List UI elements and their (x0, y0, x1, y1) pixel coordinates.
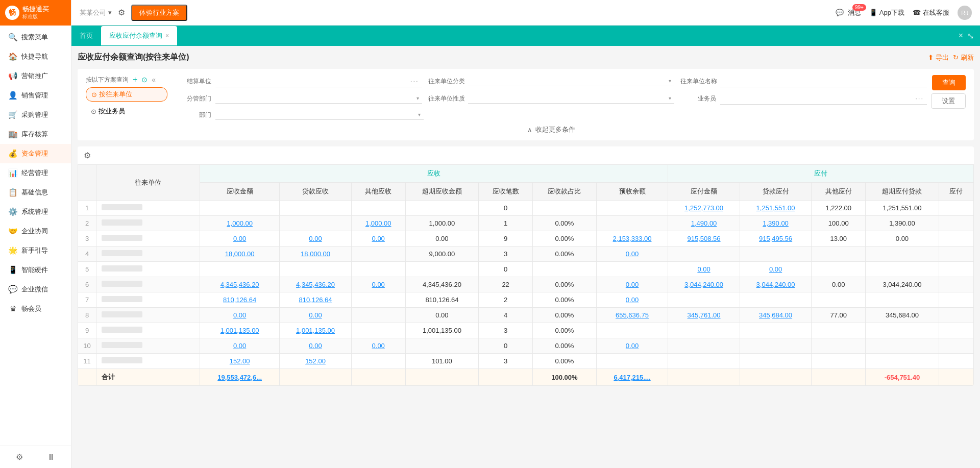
tab-home[interactable]: 首页 (71, 26, 101, 45)
window-expand-icon[interactable]: ⤡ (967, 31, 974, 41)
col-pay-overdue: 超期应付贷款 (866, 183, 939, 201)
partner-nature-select[interactable]: ▾ (468, 93, 675, 104)
scheme-partner-icon: ⊙ (91, 91, 97, 98)
settlement-unit-select[interactable]: ··· (215, 75, 422, 87)
group-header-payable: 应付 (668, 165, 974, 183)
member-icon: ♛ (8, 304, 17, 313)
app-download-btn[interactable]: 📱 App下载 (869, 8, 904, 17)
system-icon: ⚙️ (8, 207, 17, 216)
promo-button[interactable]: 体验行业方案 (131, 5, 187, 21)
wechat-icon: 💬 (8, 285, 17, 294)
sidebar-item-basic[interactable]: 📋 基础信息 (0, 183, 71, 202)
user-avatar[interactable]: Rit (958, 6, 972, 20)
sidebar-item-corp[interactable]: 🤝 企业协同 (0, 221, 71, 241)
partner-category-select[interactable]: ▾ (468, 76, 675, 86)
col-num (78, 165, 96, 201)
sidebar-item-marketing[interactable]: 📢 营销推广 (0, 66, 71, 86)
sidebar-item-operations[interactable]: 📊 经营管理 (0, 163, 71, 183)
topbar: 某某公司 ▾ ⚙ 体验行业方案 💬 消息 99+ 📱 App下载 ☎ 在线客服 … (71, 0, 980, 26)
salesperson-select[interactable]: ··· (720, 92, 927, 105)
partner-name-input[interactable] (720, 75, 927, 87)
table-row: 100.000.000.0000.00%0.00 (78, 338, 974, 354)
sidebar-item-purchase[interactable]: 🛒 采购管理 (0, 105, 71, 125)
add-scheme-icon[interactable]: + (133, 75, 137, 84)
logo-text: 畅捷通买 标准版 (22, 5, 49, 20)
sidebar-item-search[interactable]: 🔍 搜索菜单 (0, 28, 71, 47)
col-recv-count: 应收笔数 (479, 183, 533, 201)
filter-salesperson: 业务员 ··· (680, 92, 927, 105)
hardware-icon: 📱 (8, 265, 17, 275)
page-content: 应收应付余额查询(按往来单位) ⬆ 导出 ↻ 刷新 按以下方案查询 (71, 46, 980, 468)
tabbar-actions: × ⤡ (959, 31, 980, 41)
col-recv-amt: 应收金额 (200, 183, 280, 201)
notification-badge[interactable]: 💬 消息 99+ (836, 8, 861, 17)
filter-partner-category: 往来单位分类 ▾ (428, 76, 675, 86)
refresh-button[interactable]: ↻ 刷新 (953, 53, 974, 62)
online-service-btn[interactable]: ☎ 在线客服 (913, 8, 949, 17)
filter-settlement-unit: 结算单位 ··· (176, 75, 422, 87)
topbar-settings-icon[interactable]: ⚙ (118, 8, 125, 17)
filter-partner-name: 往来单位名称 (680, 75, 927, 87)
managing-dept-arrow-icon: ▾ (416, 95, 419, 101)
table-footer-row: 合计 19,553,472,6... 100.00% 6,417,215.... (78, 369, 974, 386)
filter-managing-dept: 分管部门 ▾ (176, 93, 422, 104)
tabbar: 首页 应收应付余额查询 × × ⤡ (71, 26, 980, 46)
settings-scheme-icon[interactable]: ⊙ (141, 76, 148, 84)
col-recv-prepay: 预收余额 (596, 183, 668, 201)
table-row: 500.000.00 (78, 262, 974, 277)
filter-row-3: 部门 ▾ (176, 110, 927, 120)
department-select[interactable]: ▾ (215, 110, 424, 120)
sidebar-item-guide[interactable]: 🌟 新手引导 (0, 241, 71, 260)
filter-row-1: 结算单位 ··· 往来单位分类 ▾ (176, 75, 927, 87)
managing-dept-select[interactable]: ▾ (215, 93, 422, 104)
tab-receivable[interactable]: 应收应付余额查询 × (101, 26, 177, 45)
query-button[interactable]: 查询 (932, 75, 966, 90)
sidebar: 畅 畅捷通买 标准版 🔍 搜索菜单 🏠 快捷导航 📢 营销推广 👤 销售管理 🛒… (0, 0, 71, 468)
inventory-icon: 🏬 (8, 130, 17, 139)
home-icon: 🏠 (8, 52, 17, 61)
sidebar-item-finance[interactable]: 💰 资金管理 (0, 144, 71, 163)
col-pay-last: 应付 (939, 183, 973, 201)
export-icon: ⬆ (928, 54, 934, 61)
group-header-receivable: 应收 (200, 165, 668, 183)
sidebar-item-sales[interactable]: 👤 销售管理 (0, 86, 71, 105)
sidebar-item-wechat[interactable]: 💬 企业微信 (0, 280, 71, 299)
scheme-by-partner[interactable]: ⊙ 按往来单位 (86, 87, 167, 102)
table-row: 80.000.000.0040.00%655,636.75345,761.003… (78, 308, 974, 323)
scheme-by-salesperson[interactable]: ⊙ 按业务员 (86, 105, 167, 118)
export-button[interactable]: ⬆ 导出 (928, 53, 949, 62)
footer-recv-prepay[interactable]: 6,417,215.... (596, 369, 668, 386)
filter-partner-nature: 往来单位性质 ▾ (428, 93, 675, 104)
sidebar-logo: 畅 畅捷通买 标准版 (0, 0, 71, 26)
table-row: 418,000.0018,000.009,000.0030.00%0.00 (78, 247, 974, 262)
department-arrow-icon: ▾ (418, 112, 421, 117)
sidebar-item-system[interactable]: ⚙️ 系统管理 (0, 202, 71, 221)
footer-recv-total[interactable]: 19,553,472,6... (200, 369, 280, 386)
sidebar-collapse-icon[interactable]: ⏸ (45, 451, 57, 464)
filter-fields: 结算单位 ··· 往来单位分类 ▾ (176, 75, 927, 134)
window-close-icon[interactable]: × (959, 31, 963, 41)
salesperson-dots[interactable]: ··· (915, 94, 924, 102)
sidebar-item-quicknav[interactable]: 🏠 快捷导航 (0, 47, 71, 66)
collapse-scheme-icon[interactable]: « (152, 76, 156, 84)
sidebar-item-inventory[interactable]: 🏬 库存核算 (0, 125, 71, 144)
tab-close-icon[interactable]: × (165, 32, 169, 39)
search-icon: 🔍 (8, 33, 17, 42)
col-pay-other: 其他应付 (812, 183, 866, 201)
filter-scheme-label: 按以下方案查询 (86, 76, 129, 84)
col-recv-ratio: 应收款占比 (533, 183, 597, 201)
table-row: 11152.00152.00101.0030.00% (78, 354, 974, 369)
settlement-unit-dots[interactable]: ··· (410, 77, 419, 85)
filter-collapse-btn[interactable]: ∧ 收起更多条件 (176, 125, 927, 134)
sidebar-settings-icon[interactable]: ⚙ (14, 450, 25, 464)
settings-button[interactable]: 设置 (931, 93, 966, 109)
breadcrumb-dropdown-icon[interactable]: ▾ (108, 9, 112, 16)
guide-icon: 🌟 (8, 246, 17, 255)
operations-icon: 📊 (8, 168, 17, 178)
main-area: 某某公司 ▾ ⚙ 体验行业方案 💬 消息 99+ 📱 App下载 ☎ 在线客服 … (71, 0, 980, 468)
sidebar-item-member[interactable]: ♛ 畅会员 (0, 299, 71, 318)
table-settings-icon[interactable]: ⚙ (84, 151, 91, 160)
corp-icon: 🤝 (8, 227, 17, 236)
data-table: 往来单位 应收 应付 应收金额 贷款应收 其他应收 超期应收金额 应收笔数 应收… (78, 164, 974, 386)
sidebar-item-hardware[interactable]: 📱 智能硬件 (0, 260, 71, 280)
